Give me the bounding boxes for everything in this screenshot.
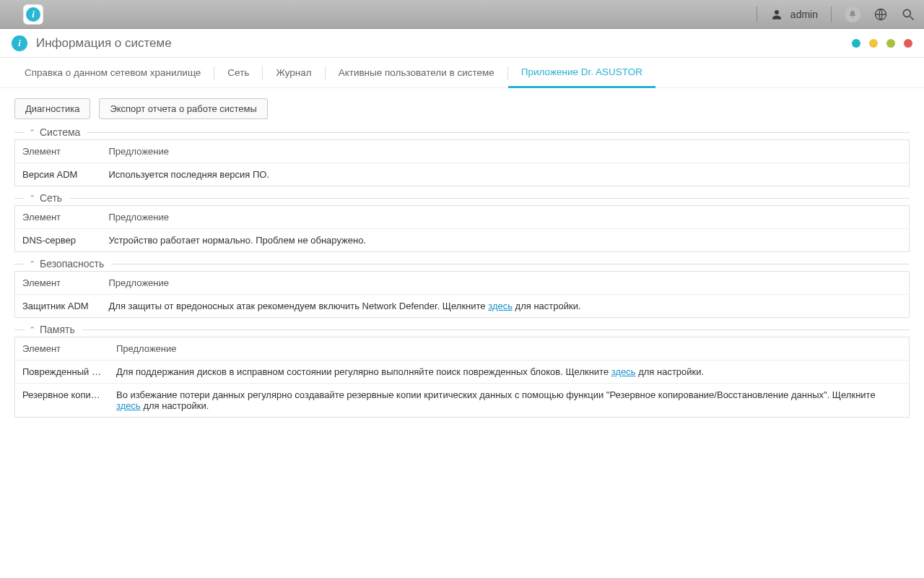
section-title: Память <box>40 324 75 335</box>
memory-table: Элемент Предложение Поврежденный блок Дл… <box>14 337 910 418</box>
table-header-row: Элемент Предложение <box>15 337 910 361</box>
os-topbar: i admin <box>0 0 924 29</box>
user-icon <box>770 8 783 21</box>
cell-element: Версия ADM <box>15 163 102 186</box>
section-security: ⌃ Безопасность Элемент Предложение Защит… <box>14 258 910 318</box>
svg-point-2 <box>903 9 910 17</box>
region-icon[interactable] <box>873 7 888 22</box>
table-header-row: Элемент Предложение <box>15 272 910 295</box>
window-control-minimize[interactable] <box>869 39 878 48</box>
chevron-up-icon: ⌃ <box>29 259 35 269</box>
svg-point-0 <box>775 10 779 14</box>
configure-link[interactable]: здесь <box>488 301 513 311</box>
cell-suggestion: Во избежание потери данных регулярно соз… <box>109 384 910 418</box>
chevron-up-icon: ⌃ <box>29 194 35 203</box>
tab-active-users[interactable]: Активные пользователи в системе <box>326 58 507 87</box>
window-control-maximize[interactable] <box>886 39 895 48</box>
table-row: Поврежденный блок Для поддержания дисков… <box>15 361 910 384</box>
tab-network[interactable]: Сеть <box>214 58 262 87</box>
section-memory: ⌃ Память Элемент Предложение Поврежденны… <box>14 324 910 418</box>
svg-line-3 <box>910 16 914 20</box>
chevron-up-icon: ⌃ <box>29 128 35 137</box>
section-title: Сеть <box>40 192 62 204</box>
search-icon[interactable] <box>901 7 915 22</box>
separator <box>757 7 757 22</box>
window-controls <box>852 39 912 48</box>
tab-about[interactable]: Справка о данном сетевом хранилище <box>12 58 214 87</box>
section-header[interactable]: ⌃ Безопасность <box>14 258 910 269</box>
window-control-close[interactable] <box>904 39 912 48</box>
info-icon: i <box>26 7 40 22</box>
section-header[interactable]: ⌃ Система <box>14 126 910 138</box>
notifications-icon[interactable] <box>845 7 860 22</box>
cell-suggestion: Устройство работает нормально. Проблем н… <box>102 229 910 252</box>
security-table: Элемент Предложение Защитник ADM Для защ… <box>14 271 910 318</box>
table-row: Защитник ADM Для защиты от вредоносных а… <box>15 295 910 318</box>
section-title: Безопасность <box>40 258 104 269</box>
table-row: Версия ADM Используется последняя версия… <box>15 163 910 186</box>
taskbar-app-icon[interactable]: i <box>23 4 43 25</box>
window-header: i Информация о системе <box>0 29 924 58</box>
tab-dr-asustor[interactable]: Приложение Dr. ASUSTOR <box>508 59 655 88</box>
diagnostics-button[interactable]: Диагностика <box>14 98 90 119</box>
section-network: ⌃ Сеть Элемент Предложение DNS-сервер Ус… <box>14 192 910 252</box>
cell-suggestion: Для поддержания дисков в исправном состо… <box>109 361 910 384</box>
configure-link[interactable]: здесь <box>611 366 636 377</box>
cell-element: Резервное копирование <box>15 384 110 418</box>
table-row: DNS-сервер Устройство работает нормально… <box>15 229 910 252</box>
col-element: Элемент <box>15 140 102 163</box>
section-header[interactable]: ⌃ Сеть <box>14 192 910 204</box>
user-menu[interactable]: admin <box>770 8 818 21</box>
chevron-up-icon: ⌃ <box>29 325 35 335</box>
separator <box>831 7 832 22</box>
table-row: Резервное копирование Во избежание потер… <box>15 384 910 418</box>
col-suggestion: Предложение <box>102 206 910 229</box>
col-suggestion: Предложение <box>102 272 910 295</box>
cell-suggestion: Для защиты от вредоносных атак рекоменду… <box>102 295 910 318</box>
table-header-row: Элемент Предложение <box>15 140 910 163</box>
col-element: Элемент <box>15 206 102 229</box>
section-title: Система <box>40 126 80 138</box>
col-suggestion: Предложение <box>109 337 910 361</box>
cell-suggestion: Используется последняя версия ПО. <box>102 163 910 186</box>
section-header[interactable]: ⌃ Память <box>14 324 910 335</box>
user-name-label: admin <box>790 9 818 20</box>
table-header-row: Элемент Предложение <box>15 206 910 229</box>
system-info-window: i Информация о системе Справка о данном … <box>0 29 924 428</box>
window-control-help[interactable] <box>852 39 860 48</box>
export-report-button[interactable]: Экспорт отчета о работе системы <box>99 98 268 119</box>
network-table: Элемент Предложение DNS-сервер Устройств… <box>14 205 910 252</box>
cell-element: Поврежденный блок <box>15 361 110 384</box>
col-element: Элемент <box>15 337 110 361</box>
section-system: ⌃ Система Элемент Предложение Версия ADM… <box>14 126 910 186</box>
col-element: Элемент <box>15 272 102 295</box>
cell-element: DNS-сервер <box>15 229 102 252</box>
cell-element: Защитник ADM <box>15 295 102 318</box>
tab-bar: Справка о данном сетевом хранилище Сеть … <box>0 58 924 88</box>
col-suggestion: Предложение <box>102 140 910 163</box>
info-icon: i <box>12 35 27 51</box>
configure-link[interactable]: здесь <box>116 400 141 411</box>
content-area: Диагностика Экспорт отчета о работе сист… <box>0 88 924 428</box>
tab-log[interactable]: Журнал <box>263 58 324 87</box>
system-table: Элемент Предложение Версия ADM Используе… <box>14 139 910 186</box>
window-title: Информация о системе <box>36 36 172 51</box>
